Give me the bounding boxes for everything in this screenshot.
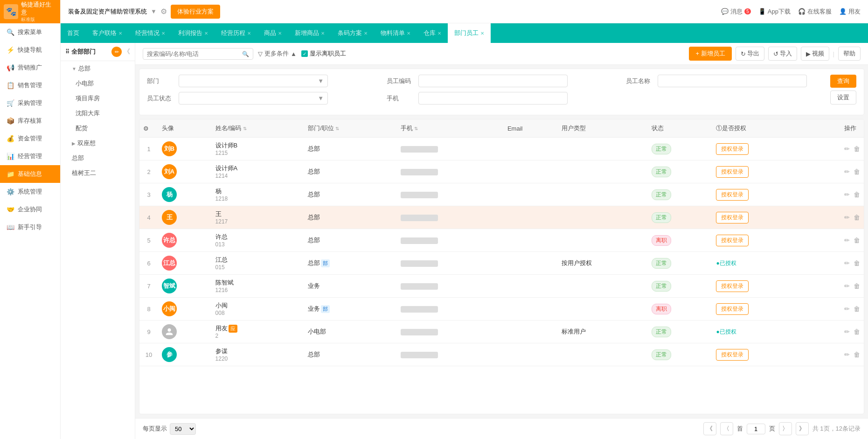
auth-login-button[interactable]: 授权登录 xyxy=(716,280,749,292)
tab-barcode[interactable]: 条码方案 ✕ xyxy=(331,23,374,43)
page-number-input[interactable] xyxy=(747,424,765,434)
sidebar-item-basic-info[interactable]: 📁 基础信息 xyxy=(0,165,60,183)
sidebar-item-sales[interactable]: 📋 销售管理 xyxy=(0,77,60,94)
col-phone[interactable]: 手机 ⇅ xyxy=(397,119,504,138)
delete-icon[interactable]: 🗑 xyxy=(854,282,860,290)
show-resigned-checkbox[interactable]: ✓ 显示离职员工 xyxy=(301,49,346,58)
tree-item-shenyang[interactable]: 沈阳大库 xyxy=(61,106,135,121)
tab-new-goods-close[interactable]: ✕ xyxy=(321,31,325,36)
tree-item-peihuo[interactable]: 配货 xyxy=(61,121,135,136)
employee-code-input[interactable] xyxy=(418,75,568,87)
delete-icon[interactable]: 🗑 xyxy=(854,305,860,313)
filter-settings-button[interactable]: 设置 xyxy=(830,91,856,105)
auth-login-button[interactable]: 授权登录 xyxy=(716,212,749,223)
dept-select[interactable]: ▼ xyxy=(179,75,328,87)
edit-icon[interactable]: ✏ xyxy=(844,305,850,313)
tab-customer-close[interactable]: ✕ xyxy=(118,31,122,36)
tab-new-goods[interactable]: 新增商品 ✕ xyxy=(288,23,331,43)
export-button[interactable]: ↻ 导出 xyxy=(736,47,764,61)
trial-button[interactable]: 体验行业方案 xyxy=(171,5,220,19)
sidebar-item-operations[interactable]: 📊 经营管理 xyxy=(0,147,60,165)
app-download-button[interactable]: 📱 App下载 xyxy=(758,7,791,16)
delete-icon[interactable]: 🗑 xyxy=(854,328,860,335)
edit-icon[interactable]: ✏ xyxy=(844,328,850,335)
tree-item-project[interactable]: 项目库房 xyxy=(61,91,135,106)
tab-customer[interactable]: 客户联络 ✕ xyxy=(86,23,129,43)
status-select[interactable]: ▼ xyxy=(179,92,328,105)
col-dept[interactable]: 部门/职位 ⇅ xyxy=(304,119,397,138)
tab-warehouse-close[interactable]: ✕ xyxy=(437,31,441,36)
edit-icon[interactable]: ✏ xyxy=(844,351,850,358)
search-icon[interactable] xyxy=(242,50,249,57)
tree-item-general-hq[interactable]: ▼ 总部 xyxy=(61,61,135,76)
tab-operations[interactable]: 经营情况 ✕ xyxy=(129,23,172,43)
delete-icon[interactable]: 🗑 xyxy=(854,168,860,175)
phone-input[interactable] xyxy=(418,92,568,105)
last-page-button[interactable]: 》 xyxy=(796,422,809,435)
view-button[interactable]: ▶ 视频 xyxy=(801,47,829,61)
auth-login-button[interactable]: 授权登录 xyxy=(716,349,749,361)
tab-dept-staff-close[interactable]: ✕ xyxy=(480,31,484,36)
tab-profit-close[interactable]: ✕ xyxy=(204,31,208,36)
sidebar-item-quicknav[interactable]: ⚡ 快捷导航 xyxy=(0,41,60,59)
user-profile[interactable]: 👤 用友 xyxy=(839,7,861,16)
delete-icon[interactable]: 🗑 xyxy=(854,237,860,244)
employee-name-input[interactable] xyxy=(658,75,807,87)
sidebar-item-purchase[interactable]: 🛒 采购管理 xyxy=(0,94,60,112)
tree-item-zhishu[interactable]: 植树王二 xyxy=(61,166,135,181)
auth-login-button[interactable]: 授权登录 xyxy=(716,303,749,315)
delete-icon[interactable]: 🗑 xyxy=(854,351,860,358)
search-input-wrap[interactable] xyxy=(143,48,253,60)
settings-icon[interactable]: ⚙ xyxy=(160,7,167,16)
sidebar-item-finance[interactable]: 💰 资金管理 xyxy=(0,130,60,147)
page-size-select[interactable]: 50 100 xyxy=(170,423,196,435)
sidebar-item-marketing[interactable]: 📢 营销推广 xyxy=(0,59,60,77)
tab-history[interactable]: 经营历程 ✕ xyxy=(215,23,257,43)
edit-icon[interactable]: ✏ xyxy=(844,237,850,244)
sidebar-item-guide[interactable]: 📖 新手引导 xyxy=(0,218,60,236)
tab-goods[interactable]: 商品 ✕ xyxy=(257,23,288,43)
tab-dept-staff[interactable]: 部门员工 ✕ xyxy=(448,23,491,43)
tab-profit[interactable]: 利润报告 ✕ xyxy=(172,23,215,43)
prev-page-button[interactable]: 〈 xyxy=(720,422,733,435)
import-button[interactable]: ↺ 导入 xyxy=(768,47,797,61)
delete-icon[interactable]: 🗑 xyxy=(854,145,860,153)
tab-history-close[interactable]: ✕ xyxy=(247,31,251,36)
edit-icon[interactable]: ✏ xyxy=(844,168,850,175)
auth-login-button[interactable]: 授权登录 xyxy=(716,143,749,155)
sidebar-item-system[interactable]: ⚙️ 系统管理 xyxy=(0,183,60,201)
edit-icon[interactable]: ✏ xyxy=(844,145,850,153)
col-name[interactable]: 姓名/编码 ⇅ xyxy=(212,119,305,138)
edit-icon[interactable]: ✏ xyxy=(844,282,850,290)
next-page-button[interactable]: 〉 xyxy=(779,422,792,435)
tab-warehouse[interactable]: 仓库 ✕ xyxy=(417,23,448,43)
auth-login-button[interactable]: 授权登录 xyxy=(716,166,749,178)
auth-login-button[interactable]: 授权登录 xyxy=(716,189,749,201)
tab-bom[interactable]: 物料清单 ✕ xyxy=(374,23,417,43)
tab-operations-close[interactable]: ✕ xyxy=(161,31,165,36)
tab-bom-close[interactable]: ✕ xyxy=(407,31,410,36)
query-button[interactable]: 查询 xyxy=(830,75,856,88)
tab-home[interactable]: 首页 xyxy=(61,23,86,43)
edit-icon[interactable]: ✏ xyxy=(844,259,850,267)
chevron-down-icon[interactable]: ▼ xyxy=(151,8,157,15)
edit-icon[interactable]: ✏ xyxy=(844,191,850,198)
sidebar-item-search[interactable]: 🔍 搜索菜单 xyxy=(0,23,60,41)
edit-icon[interactable]: ✏ xyxy=(844,214,850,221)
delete-icon[interactable]: 🗑 xyxy=(854,214,860,221)
tab-goods-close[interactable]: ✕ xyxy=(278,31,282,36)
tree-item-hq2[interactable]: 总部 xyxy=(61,151,135,166)
edit-dept-button[interactable]: ✏ xyxy=(111,47,122,57)
sidebar-item-collab[interactable]: 🤝 企业协同 xyxy=(0,201,60,218)
auth-login-button[interactable]: 授权登录 xyxy=(716,235,749,246)
delete-icon[interactable]: 🗑 xyxy=(854,191,860,198)
add-employee-button[interactable]: + 新增员工 xyxy=(689,47,731,61)
search-input[interactable] xyxy=(147,50,240,57)
tree-item-shuangzuo[interactable]: ▶ 双座想 xyxy=(61,136,135,151)
tab-barcode-close[interactable]: ✕ xyxy=(364,31,368,36)
first-page-button[interactable]: 《 xyxy=(703,422,716,435)
help-button[interactable]: 帮助 xyxy=(838,47,861,61)
col-settings[interactable]: ⚙ xyxy=(139,119,158,138)
message-button[interactable]: 💬 消息 5 xyxy=(721,7,751,16)
collapse-panel-button[interactable]: 《 xyxy=(124,48,130,56)
